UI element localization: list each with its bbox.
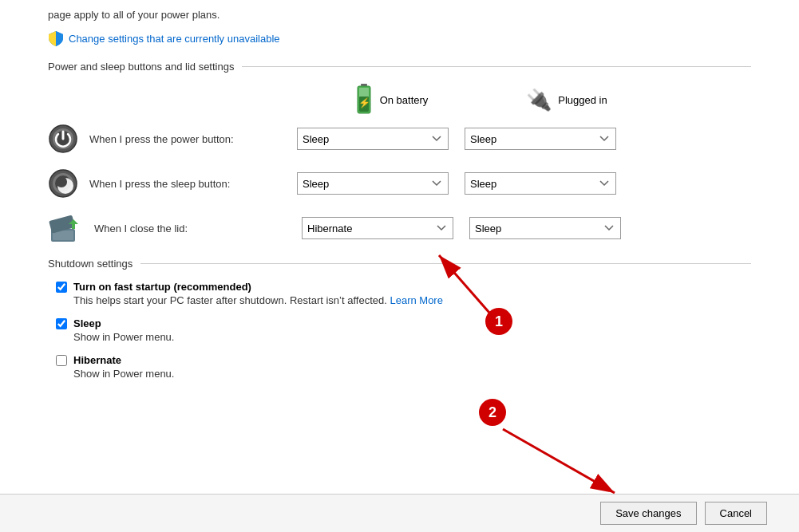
sleep-checkbox-desc: Show in Power menu. — [73, 331, 751, 343]
lid-on-battery-dropdown[interactable]: Do nothing Sleep Hibernate Shut down — [302, 217, 453, 239]
lid-row: When I close the lid: Do nothing Sleep H… — [48, 213, 751, 243]
power-button-row: When I press the power button: Do nothin… — [48, 124, 751, 154]
sleep-button-on-battery-dropdown[interactable]: Do nothing Sleep Hibernate Shut down — [297, 172, 449, 195]
sleep-button-dropdowns: Do nothing Sleep Hibernate Shut down Do … — [297, 172, 616, 195]
lid-label: When I close the lid: — [94, 223, 302, 234]
change-settings-row: Change settings that are currently unava… — [48, 30, 751, 46]
col-plugged-in: 🔌 Plugged in — [479, 84, 655, 116]
sleep-button-label: When I press the sleep button: — [89, 178, 297, 190]
svg-text:⚡: ⚡ — [358, 97, 370, 108]
sleep-checkbox-label: Sleep — [73, 317, 101, 329]
shutdown-section: Shutdown settings Turn on fast startup (… — [48, 258, 751, 380]
fast-startup-desc: This helps start your PC faster after sh… — [73, 294, 751, 306]
intro-text: page apply to all of your power plans. — [48, 8, 751, 22]
fast-startup-row: Turn on fast startup (recommended) This … — [56, 281, 751, 306]
shutdown-section-header: Shutdown settings — [48, 258, 751, 270]
lid-dropdowns: Do nothing Sleep Hibernate Shut down Do … — [302, 217, 621, 239]
power-button-on-battery-dropdown[interactable]: Do nothing Sleep Hibernate Shut down — [297, 128, 449, 150]
cancel-button[interactable]: Cancel — [705, 502, 767, 525]
fast-startup-label: Turn on fast startup (recommended) — [73, 281, 251, 293]
change-settings-link[interactable]: Change settings that are currently unava… — [69, 33, 280, 45]
lid-plugged-in-dropdown[interactable]: Do nothing Sleep Hibernate Shut down — [469, 217, 621, 239]
col-on-battery: ⚡ On battery — [303, 84, 479, 116]
power-button-label: When I press the power button: — [89, 133, 297, 145]
save-button[interactable]: Save changes — [600, 502, 696, 525]
shield-icon — [48, 30, 64, 46]
hibernate-checkbox[interactable] — [56, 355, 67, 366]
column-headers: ⚡ On battery 🔌 Plugged in — [303, 84, 751, 116]
sleep-button-row: When I press the sleep button: Do nothin… — [48, 168, 751, 199]
hibernate-checkbox-desc: Show in Power menu. — [73, 368, 751, 380]
power-button-plugged-in-dropdown[interactable]: Do nothing Sleep Hibernate Shut down — [465, 128, 616, 150]
sleep-checkbox[interactable] — [56, 318, 67, 329]
sleep-button-icon — [48, 168, 78, 199]
fast-startup-checkbox[interactable] — [56, 282, 67, 293]
power-button-icon — [48, 124, 78, 154]
annotation-badge-2: 2 — [479, 399, 506, 426]
on-battery-label: On battery — [380, 94, 429, 106]
shutdown-section-label: Shutdown settings — [48, 258, 133, 270]
hibernate-checkbox-row: Hibernate Show in Power menu. — [56, 354, 751, 380]
plugged-in-label: Plugged in — [558, 94, 607, 106]
plug-icon: 🔌 — [526, 88, 552, 112]
shutdown-divider — [140, 263, 751, 264]
hibernate-checkbox-label: Hibernate — [73, 354, 121, 366]
power-button-dropdowns: Do nothing Sleep Hibernate Shut down Do … — [297, 128, 616, 150]
battery-icon: ⚡ — [354, 84, 374, 116]
sleep-checkbox-row: Sleep Show in Power menu. — [56, 317, 751, 343]
power-sleep-section-header: Power and sleep buttons and lid settings — [48, 61, 751, 73]
learn-more-link[interactable]: Learn More — [390, 294, 442, 306]
sleep-button-plugged-in-dropdown[interactable]: Do nothing Sleep Hibernate Shut down — [465, 172, 616, 195]
bottom-bar: Save changes Cancel — [0, 494, 799, 532]
power-sleep-label: Power and sleep buttons and lid settings — [48, 61, 234, 73]
lid-icon — [48, 213, 83, 243]
section-divider — [242, 66, 751, 67]
